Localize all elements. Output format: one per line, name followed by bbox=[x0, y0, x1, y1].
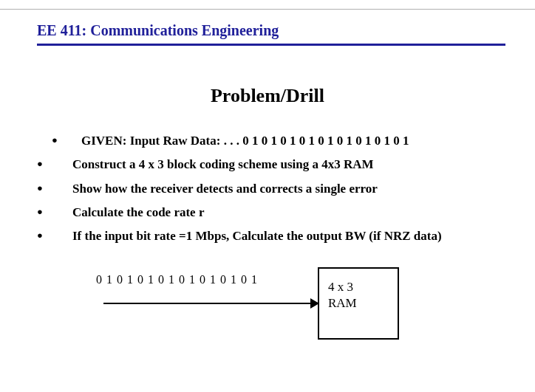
bullet-item: Show how the receiver detects and correc… bbox=[37, 177, 505, 201]
title-underline bbox=[37, 44, 505, 46]
ram-box-line1: 4 x 3 bbox=[328, 279, 389, 295]
header: EE 411: Communications Engineering bbox=[37, 22, 505, 46]
ram-box-line2: RAM bbox=[328, 295, 389, 312]
bullet-list: GIVEN: Input Raw Data: . . . 0 1 0 1 0 1… bbox=[37, 129, 505, 248]
course-title: EE 411: Communications Engineering bbox=[37, 22, 505, 44]
top-divider bbox=[0, 9, 535, 10]
bullet-item: Construct a 4 x 3 block coding scheme us… bbox=[37, 153, 505, 176]
bullet-item: GIVEN: Input Raw Data: . . . 0 1 0 1 0 1… bbox=[37, 129, 505, 153]
bullet-item: Calculate the code rate r bbox=[37, 201, 505, 224]
page-title: Problem/Drill bbox=[0, 85, 535, 107]
ram-box: 4 x 3 RAM bbox=[318, 267, 399, 340]
bullet-item: If the input bit rate =1 Mbps, Calculate… bbox=[37, 224, 505, 248]
diagram: 0 1 0 1 0 1 0 1 0 1 0 1 0 1 0 1 4 x 3 RA… bbox=[96, 273, 443, 362]
input-bitstream: 0 1 0 1 0 1 0 1 0 1 0 1 0 1 0 1 bbox=[96, 273, 258, 286]
arrow-line bbox=[103, 303, 314, 304]
